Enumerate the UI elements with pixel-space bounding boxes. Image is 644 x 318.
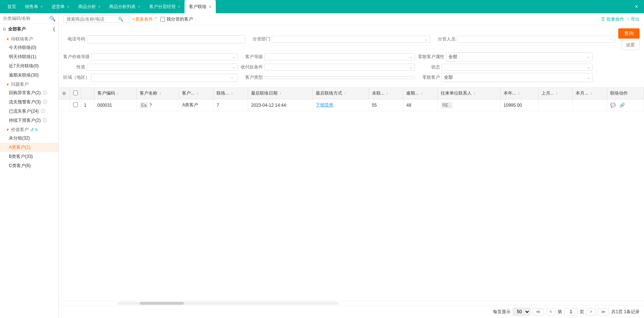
nav-purchase[interactable]: 进货单 ×	[47, 0, 74, 13]
close-product-analysis-icon[interactable]: ×	[98, 4, 100, 9]
sidebar-item-churn-warning[interactable]: 流失预警客户(3) ⓘ	[0, 98, 58, 107]
region-select[interactable]: ···	[91, 74, 238, 82]
col-last-contact-date[interactable]: 最后联络日期 ↕	[248, 88, 313, 99]
triangle-pending-icon: ▼	[6, 37, 10, 41]
col-gear[interactable]: ⚙	[59, 88, 70, 99]
col-no-contact-sort-icon[interactable]: ↕	[386, 91, 388, 95]
status-select[interactable]: ⌄	[441, 64, 593, 71]
close-purchase-icon[interactable]: ×	[67, 4, 69, 9]
col-no-contact[interactable]: 未联... ↕	[369, 88, 403, 99]
nav-home[interactable]: 首页	[3, 0, 21, 13]
retail-customer-select[interactable]: 全部 ⌄	[441, 73, 593, 82]
refresh-value-icon[interactable]: ↺	[30, 127, 34, 132]
sidebar-search-bar: 🔍	[0, 13, 58, 24]
col-code[interactable]: 客户编码 ↕	[94, 88, 136, 99]
payment-select[interactable]: ⌄	[264, 64, 415, 71]
next-page-button[interactable]: >	[586, 308, 595, 315]
more-conditions-button[interactable]: ▿ 更多条件 ⌃	[132, 16, 157, 22]
person-select[interactable]: ···	[457, 36, 615, 43]
phone-input[interactable]	[87, 35, 245, 43]
sidebar-item-b-class[interactable]: B类客户(33)	[0, 152, 58, 161]
settings-button[interactable]: 设置	[621, 40, 640, 50]
col-code-sort-icon[interactable]: ↕	[117, 91, 119, 95]
collapse-icon[interactable]: ❮	[52, 27, 56, 32]
col-overdue-sort-icon[interactable]: ↕	[421, 91, 423, 95]
col-last-date-sort-icon[interactable]: ↕	[280, 91, 282, 95]
nav-customer-contact[interactable]: 客户联络 ×	[185, 0, 215, 13]
row-gear	[59, 99, 70, 111]
row-last-contact-method[interactable]: 下销货单	[313, 99, 369, 111]
col-this-month[interactable]: 本月... ↕	[573, 88, 607, 99]
filter-search-input[interactable]	[67, 17, 118, 22]
close-product-list-icon[interactable]: ×	[138, 4, 140, 9]
sidebar-item-a-class[interactable]: A类客户(1)	[0, 143, 58, 152]
nav-product-analysis-list[interactable]: 商品分析列表 ×	[105, 0, 144, 13]
sidebar-search-input[interactable]	[3, 16, 49, 21]
horizontal-scroll-area[interactable]	[59, 301, 644, 305]
col-last-month-sort-icon[interactable]: ↕	[556, 91, 558, 95]
select-all-checkbox[interactable]	[73, 91, 78, 95]
col-unit-contact[interactable]: 往来单位联系人 ↕	[438, 88, 500, 99]
link-action-icon[interactable]: 🔗	[619, 103, 625, 108]
prev-page-button[interactable]: <	[546, 308, 555, 315]
col-contact[interactable]: 联络... ↕	[214, 88, 248, 99]
sidebar-item-today-pending[interactable]: 今天待联络(0)	[0, 43, 58, 52]
col-last-contact-method[interactable]: 最后联络方式 ↕	[313, 88, 369, 99]
close-sales-icon[interactable]: ×	[40, 4, 43, 9]
retail-attr-select[interactable]: 全部 ⌄	[446, 52, 593, 61]
contact-method-link[interactable]: 下销货单	[316, 102, 333, 107]
dept-select[interactable]: ⌄	[272, 36, 430, 43]
row-this-month	[573, 99, 607, 111]
sidebar-item-tomorrow-pending[interactable]: 明天待联络(1)	[0, 52, 58, 61]
nav-product-analysis[interactable]: 商品分析 ×	[74, 0, 105, 13]
export-button[interactable]: ↑ 导出	[627, 16, 640, 22]
col-overdue[interactable]: 逾期... ↕	[403, 88, 438, 99]
chat-action-icon[interactable]: 💬	[610, 103, 616, 108]
sidebar-item-unclassified[interactable]: 未分组(32)	[0, 134, 58, 143]
all-customers-header[interactable]: ⁝⁝ 全部客户 ❮	[0, 24, 58, 35]
col-unit-sort-icon[interactable]: ↕	[474, 91, 476, 95]
nav-customer-tier[interactable]: 客户分层经营 ×	[145, 0, 185, 13]
nature-select[interactable]: ⌄	[87, 64, 238, 71]
sidebar-search-icon[interactable]: 🔍	[49, 15, 56, 21]
sidebar-item-declining[interactable]: 持续下滑客户(2) ⓘ	[0, 116, 58, 125]
col-this-month-sort-icon[interactable]: ↕	[590, 91, 592, 95]
filter-search-icon[interactable]: 🔍	[118, 17, 124, 22]
row-overdue: 48	[403, 99, 438, 111]
col-type-sort-icon[interactable]: ↕	[197, 91, 198, 95]
col-last-method-sort-icon[interactable]: ↕	[344, 91, 346, 95]
batch-ops-button[interactable]: ☰ 批量操作	[601, 16, 624, 22]
sidebar-item-churned[interactable]: 已流失客户(24) ⓘ	[0, 107, 58, 116]
customer-level-select[interactable]: ⌄	[264, 53, 415, 60]
sidebar-item-overdue-contact[interactable]: 逾期未联络(30)	[0, 71, 58, 80]
close-customer-tier-icon[interactable]: ×	[178, 4, 180, 9]
close-customer-contact-icon[interactable]: ×	[209, 4, 211, 9]
col-name-sort-icon[interactable]: ↕	[159, 91, 161, 95]
first-page-button[interactable]: ≪	[533, 308, 544, 315]
table-row: 1 000031 Ea ? A类客户 7 2023-04-12 14:44: 下…	[59, 99, 644, 111]
edit-value-icon[interactable]: ✎	[35, 127, 38, 132]
col-type[interactable]: 客户... ↕	[179, 88, 214, 99]
row-checkbox[interactable]	[73, 102, 78, 107]
page-number-input[interactable]	[564, 308, 577, 315]
last-page-button[interactable]: ≫	[598, 308, 609, 315]
nav-sales[interactable]: 销售单 ×	[21, 0, 47, 13]
footer-right: 每页显示 50 ≪ < 第 页 > ≫ 共1页 1条记录	[493, 308, 640, 316]
scroll-bar-thumb[interactable]	[140, 302, 184, 305]
sidebar-item-repurchase-abnormal[interactable]: 回购异常客户(2) ⓘ	[0, 88, 58, 98]
my-customers-checkbox[interactable]	[160, 17, 165, 22]
window-close-button[interactable]: ×	[632, 3, 641, 10]
sidebar-item-c-class[interactable]: C类客户(6)	[0, 161, 58, 170]
main-layout: 🔍 ⁝⁝ 全部客户 ❮ ▼ 待联络客户 今天待联络(0) 明天待联络(1) 近7…	[0, 13, 644, 318]
triangle-value-icon: ▼	[6, 128, 10, 132]
col-this-year[interactable]: 本年... ↕	[500, 88, 538, 99]
col-this-year-sort-icon[interactable]: ↕	[518, 91, 520, 95]
col-name[interactable]: 客户名称 ↕	[137, 88, 179, 99]
per-page-select[interactable]: 50	[513, 308, 530, 316]
col-last-month[interactable]: 上月... ↕	[538, 88, 573, 99]
col-contact-sort-icon[interactable]: ↕	[231, 91, 233, 95]
sidebar-item-7days-pending[interactable]: 近7天待联络(0)	[0, 61, 58, 71]
customer-type-select[interactable]	[264, 76, 415, 79]
price-level-select[interactable]: ⌄	[91, 53, 238, 60]
query-button[interactable]: 查询	[618, 28, 640, 39]
